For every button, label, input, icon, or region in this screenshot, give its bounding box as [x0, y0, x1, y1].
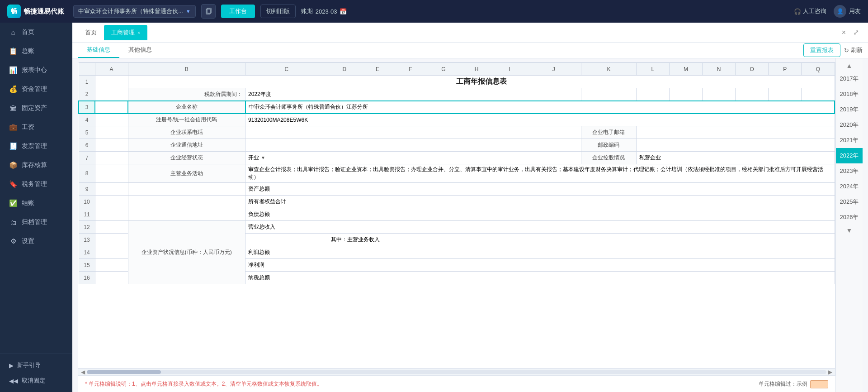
tab-gongshang[interactable]: 工商管理 × [104, 25, 147, 40]
cell-2-i[interactable] [493, 88, 526, 101]
tab-close-icon[interactable]: × [137, 30, 140, 35]
sidebar-item-closing[interactable]: ✅ 结账 [0, 194, 72, 213]
company-selector[interactable]: 中审众环会计师事务所（特殊普通合伙... ▼ [73, 5, 196, 18]
cell-5-j[interactable]: 企业电子邮箱 [581, 126, 637, 139]
sidebar-item-salary[interactable]: 💼 工资 [0, 118, 72, 137]
cell-2-c[interactable]: 2022年度 [245, 88, 328, 101]
sidebar-item-unpin[interactable]: ◀◀ 取消固定 [0, 373, 72, 388]
cell-6-b[interactable]: 企业通信地址 [128, 139, 245, 152]
cell-2-g[interactable] [427, 88, 460, 101]
sub-tab-other[interactable]: 其他信息 [119, 43, 161, 58]
tab-home[interactable]: 首页 [80, 25, 102, 40]
cell-16-c[interactable]: 纳税总额 [245, 272, 328, 284]
cell-title[interactable]: 工商年报信息表 [128, 76, 835, 88]
scrollbar-track[interactable] [87, 370, 826, 374]
workbench-button[interactable]: 工作台 [221, 5, 255, 18]
cell-9-d[interactable] [328, 183, 835, 196]
switch-version-button[interactable]: 切到旧版 [260, 5, 296, 18]
cell-7-i[interactable] [526, 152, 581, 164]
scroll-right-icon[interactable]: ▶ [826, 369, 834, 375]
cell-14-d[interactable] [328, 246, 835, 259]
cell-14-c[interactable]: 利润总额 [245, 246, 328, 259]
cell-9-c[interactable]: 资产总额 [245, 183, 328, 196]
year-scroll-down-button[interactable]: ▼ [836, 225, 863, 236]
cell-12-a[interactable] [95, 221, 128, 234]
cell-14-a[interactable] [95, 246, 128, 259]
sheet-container[interactable]: A B C D E F G H I J [78, 62, 835, 368]
sidebar-item-invoice[interactable]: 🧾 发票管理 [0, 137, 72, 156]
sidebar-item-archive[interactable]: 🗂 归档管理 [0, 213, 72, 232]
year-item-2025[interactable]: 2025年 [836, 194, 863, 210]
cell-2-d[interactable] [328, 88, 361, 101]
cell-2-j[interactable] [526, 88, 581, 101]
cell-2-k[interactable] [581, 88, 637, 101]
cell-2-l[interactable] [636, 88, 669, 101]
cell-12-d[interactable] [328, 221, 835, 234]
cell-2-n[interactable] [703, 88, 736, 101]
cell-5-b[interactable]: 企业联系电话 [128, 126, 245, 139]
tab-expand-button[interactable]: ⤢ [851, 26, 861, 38]
cell-6-k[interactable] [636, 139, 835, 152]
cell-2-e[interactable] [361, 88, 394, 101]
service-button[interactable]: 🎧 人工咨询 [794, 7, 826, 15]
cell-6-j[interactable]: 邮政编码 [581, 139, 637, 152]
scrollbar-thumb[interactable] [87, 370, 161, 374]
cell-6-a[interactable] [95, 139, 128, 152]
cell-8-c[interactable]: 审查企业会计报表；出具审计报告；验证企业资本；出具验资报告；办理企业合并、分立、… [245, 164, 835, 183]
cell-2-b[interactable]: 税款所属期间： [128, 88, 245, 101]
cell-4-a[interactable] [95, 114, 128, 126]
cell-6-i[interactable] [526, 139, 581, 152]
cell-8-a[interactable] [95, 164, 128, 183]
cell-10-c[interactable]: 所有者权益合计 [245, 196, 328, 208]
cell-3-c[interactable]: 中审众环会计师事务所（特殊普通合伙）江苏分所 [245, 101, 835, 114]
cell-2-q[interactable] [802, 88, 835, 101]
cell-15-d[interactable] [328, 259, 835, 272]
cell-7-c[interactable]: 开业 ▼ [245, 152, 526, 164]
cell-2-h[interactable] [460, 88, 493, 101]
cell-2-o[interactable] [736, 88, 769, 101]
cell-3-b[interactable]: 企业名称 [128, 101, 245, 114]
year-item-2020[interactable]: 2020年 [836, 117, 863, 133]
cell-11-b[interactable] [128, 208, 245, 221]
cell-7-b[interactable]: 企业经营状态 [128, 152, 245, 164]
cell-1-a[interactable] [95, 76, 128, 88]
cell-2-p[interactable] [769, 88, 802, 101]
sidebar-item-report[interactable]: 📊 报表中心 [0, 61, 72, 80]
refresh-button[interactable]: ↻ 刷新 [844, 43, 863, 57]
cell-16-a[interactable] [95, 272, 128, 284]
cell-2-a[interactable] [95, 88, 128, 101]
sub-tab-basic[interactable]: 基础信息 [78, 43, 119, 58]
year-item-2021[interactable]: 2021年 [836, 133, 863, 148]
cell-12-c[interactable]: 营业总收入 [245, 221, 328, 234]
sidebar-item-ledger[interactable]: 📋 总账 [0, 42, 72, 61]
year-item-2026[interactable]: 2026年 [836, 210, 863, 225]
cell-3-a[interactable] [95, 101, 128, 114]
cell-5-c[interactable] [245, 126, 526, 139]
sidebar-item-inventory[interactable]: 📦 库存核算 [0, 156, 72, 175]
cell-10-b[interactable] [128, 196, 245, 208]
horizontal-scrollbar[interactable]: ◀ ▶ [78, 368, 835, 375]
cell-7-k[interactable]: 私营企业 [636, 152, 835, 164]
user-area[interactable]: 👤 用友 [834, 5, 861, 18]
sidebar-item-guide[interactable]: ▶ 新手引导 [0, 358, 72, 373]
cell-6-c[interactable] [245, 139, 526, 152]
year-item-2022[interactable]: 2022年 [836, 148, 863, 163]
cell-9-b[interactable] [128, 183, 245, 196]
cell-7-j[interactable]: 企业控股情况 [581, 152, 637, 164]
cell-7-a[interactable] [95, 152, 128, 164]
sidebar-item-home[interactable]: ⌂ 首页 [0, 23, 72, 42]
scroll-left-icon[interactable]: ◀ [79, 369, 87, 375]
cell-2-f[interactable] [394, 88, 427, 101]
cell-15-c[interactable]: 净利润 [245, 259, 328, 272]
year-item-2017[interactable]: 2017年 [836, 71, 863, 86]
sidebar-item-finance[interactable]: 💰 资金管理 [0, 80, 72, 99]
cell-8-b[interactable]: 主营业务活动 [128, 164, 245, 183]
year-item-2019[interactable]: 2019年 [836, 102, 863, 117]
year-item-2018[interactable]: 2018年 [836, 86, 863, 102]
cell-13-d[interactable]: 其中：主营业务收入 [328, 234, 460, 246]
cell-11-c[interactable]: 负债总额 [245, 208, 328, 221]
sidebar-item-settings[interactable]: ⚙ 设置 [0, 232, 72, 251]
tab-close-button[interactable]: × [840, 26, 848, 38]
cell-4-c[interactable]: 91320100MA208E5W6K [245, 114, 835, 126]
cell-10-d[interactable] [328, 196, 835, 208]
